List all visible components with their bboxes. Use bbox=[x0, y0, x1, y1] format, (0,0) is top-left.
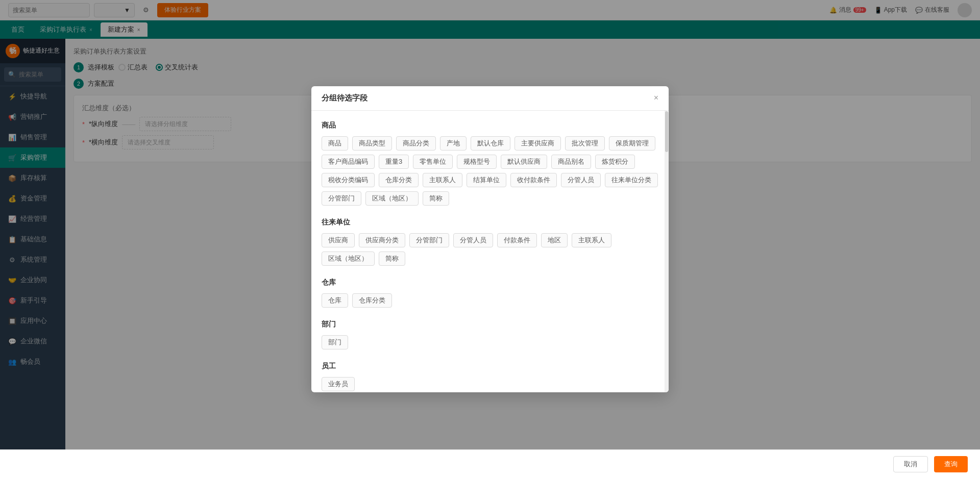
field-default-warehouse[interactable]: 默认仓库 bbox=[471, 136, 510, 150]
section-partner-title: 往来单位 bbox=[322, 218, 658, 227]
modal-header: 分组待选字段 × bbox=[311, 86, 669, 111]
field-dept[interactable]: 部门 bbox=[322, 335, 348, 349]
field-product-category[interactable]: 商品分类 bbox=[396, 136, 436, 150]
field-payment-terms[interactable]: 收付款条件 bbox=[510, 173, 557, 187]
field-region-partner[interactable]: 地区 bbox=[541, 233, 568, 247]
field-salesperson[interactable]: 业务员 bbox=[322, 377, 355, 391]
field-tax-code[interactable]: 税收分类编码 bbox=[322, 173, 375, 187]
field-retail-unit[interactable]: 零售单位 bbox=[413, 155, 453, 169]
section-product: 商品 商品 商品类型 商品分类 产地 默认仓库 主要供应商 批次管理 保质期管理… bbox=[322, 121, 658, 206]
field-contact-partner[interactable]: 主联系人 bbox=[572, 233, 611, 247]
cancel-button[interactable]: 取消 bbox=[893, 456, 928, 472]
modal-scroll-thumb bbox=[665, 111, 668, 152]
field-supplier-category[interactable]: 供应商分类 bbox=[359, 233, 405, 247]
field-product-alias[interactable]: 商品别名 bbox=[551, 155, 591, 169]
modal-body: 商品 商品 商品类型 商品分类 产地 默认仓库 主要供应商 批次管理 保质期管理… bbox=[311, 111, 669, 392]
product-fields: 商品 商品类型 商品分类 产地 默认仓库 主要供应商 批次管理 保质期管理 客户… bbox=[322, 136, 658, 206]
modal-title: 分组待选字段 bbox=[322, 93, 368, 103]
field-customer-code[interactable]: 客户商品编码 bbox=[322, 155, 375, 169]
field-region-product[interactable]: 区域（地区） bbox=[365, 191, 419, 206]
field-dept-partner[interactable]: 分管部门 bbox=[409, 233, 449, 247]
field-person-partner[interactable]: 分管人员 bbox=[453, 233, 493, 247]
field-main-supplier[interactable]: 主要供应商 bbox=[514, 136, 561, 150]
field-origin[interactable]: 产地 bbox=[440, 136, 467, 150]
section-dept: 部门 部门 bbox=[322, 320, 658, 349]
field-settlement-unit[interactable]: 结算单位 bbox=[467, 173, 506, 187]
section-warehouse-title: 仓库 bbox=[322, 278, 658, 287]
field-partner-category[interactable]: 往来单位分类 bbox=[605, 173, 658, 187]
field-short-name-partner[interactable]: 简称 bbox=[379, 251, 405, 266]
field-default-supplier[interactable]: 默认供应商 bbox=[501, 155, 547, 169]
modal-overlay[interactable]: 分组待选字段 × 商品 商品 商品类型 商品分类 产地 默认仓库 主要供应商 批… bbox=[0, 0, 980, 478]
field-shelf-life[interactable]: 保质期管理 bbox=[609, 136, 655, 150]
field-area-partner[interactable]: 区域（地区） bbox=[322, 251, 375, 266]
employee-fields: 业务员 bbox=[322, 377, 658, 391]
warehouse-fields: 仓库 仓库分类 bbox=[322, 293, 658, 308]
modal: 分组待选字段 × 商品 商品 商品类型 商品分类 产地 默认仓库 主要供应商 批… bbox=[311, 86, 669, 392]
section-partner: 往来单位 供应商 供应商分类 分管部门 分管人员 付款条件 地区 主联系人 区域… bbox=[322, 218, 658, 266]
field-weight3[interactable]: 重量3 bbox=[379, 155, 409, 169]
field-batch-mgmt[interactable]: 批次管理 bbox=[565, 136, 605, 150]
modal-footer: 取消 查询 bbox=[0, 449, 980, 478]
field-warehouse-cat[interactable]: 仓库分类 bbox=[352, 293, 392, 308]
field-warehouse[interactable]: 仓库 bbox=[322, 293, 348, 308]
field-spec-model[interactable]: 规格型号 bbox=[457, 155, 497, 169]
confirm-button[interactable]: 查询 bbox=[934, 456, 968, 472]
field-supervisor-dept[interactable]: 分管部门 bbox=[322, 191, 361, 206]
dept-fields: 部门 bbox=[322, 335, 658, 349]
modal-close-btn[interactable]: × bbox=[654, 93, 658, 103]
field-product-type[interactable]: 商品类型 bbox=[352, 136, 392, 150]
partner-fields: 供应商 供应商分类 分管部门 分管人员 付款条件 地区 主联系人 区域（地区） … bbox=[322, 233, 658, 266]
field-payment-cond[interactable]: 付款条件 bbox=[497, 233, 537, 247]
modal-scroll-track bbox=[665, 111, 669, 392]
section-employee-title: 员工 bbox=[322, 362, 658, 371]
field-short-name-product[interactable]: 简称 bbox=[423, 191, 449, 206]
field-product[interactable]: 商品 bbox=[322, 136, 348, 150]
field-refine-points[interactable]: 炼货积分 bbox=[595, 155, 635, 169]
section-product-title: 商品 bbox=[322, 121, 658, 130]
section-employee: 员工 业务员 bbox=[322, 362, 658, 391]
field-warehouse-category[interactable]: 仓库分类 bbox=[379, 173, 419, 187]
section-dept-title: 部门 bbox=[322, 320, 658, 329]
field-supplier[interactable]: 供应商 bbox=[322, 233, 355, 247]
section-warehouse: 仓库 仓库 仓库分类 bbox=[322, 278, 658, 308]
field-supervisor[interactable]: 分管人员 bbox=[561, 173, 601, 187]
field-main-contact[interactable]: 主联系人 bbox=[423, 173, 462, 187]
